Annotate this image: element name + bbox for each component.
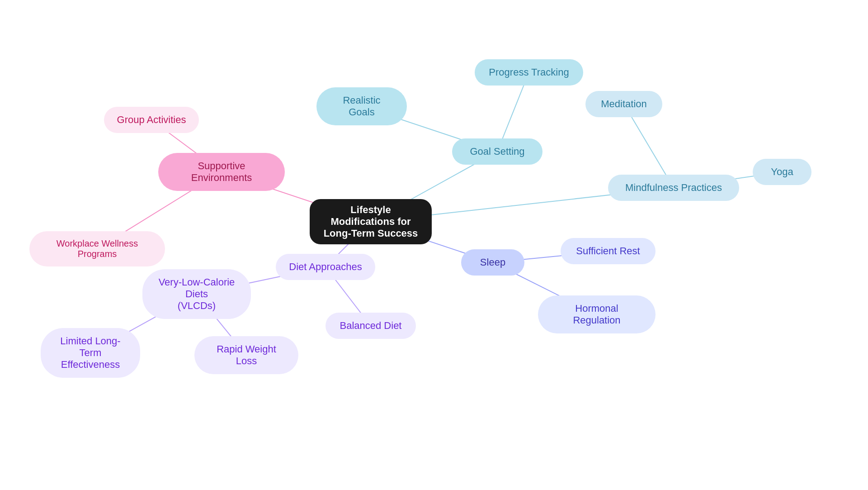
node-workplaceWellness[interactable]: Workplace Wellness Programs — [29, 231, 165, 266]
node-progressTracking[interactable]: Progress Tracking — [475, 59, 583, 86]
node-sleep[interactable]: Sleep — [461, 249, 524, 276]
node-groupActivities[interactable]: Group Activities — [104, 107, 199, 133]
node-supportiveEnvironments[interactable]: Supportive Environments — [158, 153, 285, 191]
node-veryLowCalorie[interactable]: Very-Low-Calorie Diets (VLCDs) — [142, 269, 251, 319]
node-limitedEffectiveness[interactable]: Limited Long-Term Effectiveness — [41, 328, 140, 378]
node-goalSetting[interactable]: Goal Setting — [452, 138, 542, 165]
node-meditation[interactable]: Meditation — [585, 91, 662, 117]
node-dietApproaches[interactable]: Diet Approaches — [276, 254, 375, 280]
node-yoga[interactable]: Yoga — [753, 159, 811, 185]
node-sufficientRest[interactable]: Sufficient Rest — [561, 238, 656, 264]
node-balancedDiet[interactable]: Balanced Diet — [326, 313, 416, 339]
node-rapidWeightLoss[interactable]: Rapid Weight Loss — [194, 336, 298, 374]
node-center[interactable]: Lifestyle Modifications for Long-Term Su… — [310, 199, 432, 244]
node-realisticGoals[interactable]: Realistic Goals — [316, 87, 407, 125]
node-hormonalRegulation[interactable]: Hormonal Regulation — [538, 295, 656, 333]
mindmap-container: Lifestyle Modifications for Long-Term Su… — [0, 0, 868, 490]
node-mindfulnessPractices[interactable]: Mindfulness Practices — [608, 175, 739, 201]
